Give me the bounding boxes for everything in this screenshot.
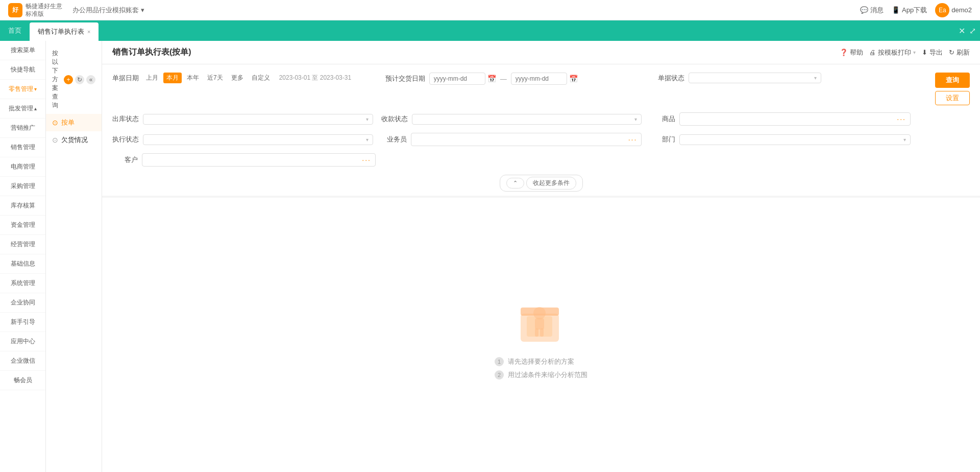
sub-sidebar-add-btn[interactable]: +: [64, 75, 73, 84]
salesperson-dots-icon: ···: [628, 135, 638, 144]
sidebar-item-ecom-mgmt[interactable]: 电商管理: [0, 157, 45, 177]
sub-sidebar-actions: + ↻ «: [64, 75, 95, 84]
execution-status-select[interactable]: ▾: [143, 134, 373, 145]
date-separator: —: [500, 75, 507, 83]
department-chevron-icon: ▾: [903, 137, 906, 143]
sidebar-item-member[interactable]: 畅会员: [0, 371, 45, 390]
sub-sidebar-item-by-order[interactable]: ⊙ 按单: [46, 114, 102, 131]
top-bar-right: 💬 消息 📱 App下载 Ea demo2: [860, 3, 972, 17]
customer-label: 客户: [112, 155, 138, 164]
empty-hint-1: 1 请先选择要分析的方案: [495, 357, 587, 366]
breadcrumb-dropdown-icon[interactable]: ▾: [141, 6, 144, 14]
sidebar-item-search-menu[interactable]: 搜索菜单: [0, 41, 45, 60]
sidebar-item-quick-nav[interactable]: 快捷导航: [0, 60, 45, 80]
execution-status-chevron-icon: ▾: [366, 137, 369, 143]
print-dropdown-icon: ▾: [913, 50, 916, 55]
sub-sidebar-header: 按以下方案查询 + ↻ «: [46, 45, 102, 114]
date-tab-last-month[interactable]: 上月: [143, 73, 161, 83]
execution-status-label: 执行状态: [112, 135, 139, 144]
sidebar-item-corp-collab[interactable]: 企业协同: [0, 293, 45, 313]
svg-rect-4: [535, 318, 544, 329]
collection-status-select[interactable]: ▾: [412, 114, 642, 125]
logo-text: 畅捷通好生意 标准版: [26, 3, 62, 17]
window-close-btn[interactable]: ✕: [959, 26, 965, 36]
export-icon: ⬇: [922, 49, 927, 56]
sidebar-item-retail-mgmt[interactable]: 零售管理 ▾: [0, 80, 45, 99]
empty-illustration: [510, 291, 572, 347]
salesperson-select[interactable]: ···: [411, 133, 642, 146]
sidebar-item-system-mgmt[interactable]: 系统管理: [0, 274, 45, 293]
app-download-btn[interactable]: 📱 App下载: [892, 6, 927, 15]
date-tab-this-year[interactable]: 本年: [184, 73, 202, 83]
salesperson-label: 业务员: [381, 135, 407, 144]
empty-hint-2: 2 用过滤条件来缩小分析范围: [495, 370, 587, 380]
logo-icon: 好: [8, 3, 22, 17]
goods-dots-icon: ···: [897, 115, 906, 123]
sidebar-item-purchase-mgmt[interactable]: 采购管理: [0, 177, 45, 196]
date-tab-7days[interactable]: 近7天: [204, 73, 226, 83]
search-actions: 查询 设置: [935, 73, 970, 105]
status-select[interactable]: ▾: [689, 73, 821, 83]
help-icon: ❓: [840, 49, 848, 56]
sidebar-item-wholesale-mgmt[interactable]: 批发管理 ▴: [0, 99, 45, 119]
breadcrumb: 办公用品行业模拟账套 ▾: [72, 6, 144, 15]
forecast-date-start-input[interactable]: [429, 73, 485, 85]
collapse-more-btn[interactable]: ⌃ 收起更多条件: [112, 171, 970, 194]
sidebar-item-new-guide[interactable]: 新手引导: [0, 313, 45, 332]
sidebar: 搜索菜单 快捷导航 零售管理 ▾ 批发管理 ▴ 营销推广 销售管理 电商管理 采: [0, 41, 46, 472]
help-btn[interactable]: ❓ 帮助: [840, 48, 863, 57]
main-layout: 搜索菜单 快捷导航 零售管理 ▾ 批发管理 ▴ 营销推广 销售管理 电商管理 采: [0, 41, 980, 472]
empty-hints: 1 请先选择要分析的方案 2 用过滤条件来缩小分析范围: [495, 357, 587, 380]
export-btn[interactable]: ⬇ 导出: [922, 48, 943, 57]
forecast-date-end-input[interactable]: [511, 73, 567, 85]
sub-sidebar-refresh-btn[interactable]: ↻: [75, 75, 84, 84]
status-select-chevron-icon: ▾: [814, 75, 817, 81]
sidebar-item-corp-wechat[interactable]: 企业微信: [0, 351, 45, 371]
tab-sales-order-exec[interactable]: 销售订单执行表 ×: [30, 22, 99, 41]
by-debt-icon: ⊙: [52, 136, 58, 144]
date-tab-custom[interactable]: 自定义: [249, 73, 273, 83]
goods-select[interactable]: ···: [679, 112, 911, 126]
customer-dots-icon: ···: [362, 156, 371, 164]
window-maximize-btn[interactable]: ⤢: [969, 26, 976, 36]
tab-home[interactable]: 首页: [0, 20, 30, 41]
settings-btn[interactable]: 设置: [935, 91, 970, 105]
search-btn[interactable]: 查询: [935, 73, 970, 88]
top-bar: 好 畅捷通好生意 标准版 办公用品行业模拟账套 ▾ 💬 消息 📱 App下载 E…: [0, 0, 980, 20]
svg-rect-6: [540, 328, 544, 337]
forecast-date-label: 预计交货日期: [385, 74, 425, 83]
tab-close-icon[interactable]: ×: [87, 29, 90, 35]
tab-bar-right: ✕ ⤢: [959, 26, 980, 36]
sub-sidebar-collapse-btn[interactable]: «: [86, 75, 95, 84]
by-order-icon: ⊙: [52, 119, 58, 127]
sidebar-item-operations-mgmt[interactable]: 经营管理: [0, 235, 45, 254]
content-area: 销售订单执行表(按单) ❓ 帮助 🖨 按模板打印 ▾ ⬇ 导出 ↻ 刷新: [102, 41, 980, 472]
sidebar-item-marketing[interactable]: 营销推广: [0, 119, 45, 138]
avatar: Ea: [935, 3, 949, 17]
date-tab-more[interactable]: 更多: [228, 73, 247, 83]
customer-select[interactable]: ···: [142, 153, 376, 167]
message-btn[interactable]: 💬 消息: [860, 6, 884, 15]
department-label: 部门: [650, 135, 675, 144]
shipment-status-select[interactable]: ▾: [143, 114, 373, 125]
collection-status-label: 收款状态: [381, 114, 408, 124]
sidebar-item-finance-mgmt[interactable]: 资金管理: [0, 216, 45, 235]
message-icon: 💬: [860, 6, 868, 14]
forecast-date-end: 📅: [511, 73, 578, 85]
print-icon: 🖨: [869, 49, 876, 56]
user-area[interactable]: Ea demo2: [935, 3, 972, 17]
sub-sidebar-item-by-debt[interactable]: ⊙ 欠货情况: [46, 131, 102, 149]
collection-status-chevron-icon: ▾: [634, 116, 637, 122]
refresh-btn[interactable]: ↻ 刷新: [949, 48, 970, 57]
status-label: 单据状态: [658, 74, 684, 83]
sidebar-item-sales-mgmt[interactable]: 销售管理: [0, 138, 45, 157]
sidebar-item-inventory[interactable]: 库存核算: [0, 196, 45, 216]
tab-bar: 首页 销售订单执行表 × ✕ ⤢: [0, 20, 980, 41]
sidebar-item-app-center[interactable]: 应用中心: [0, 332, 45, 351]
sidebar-item-basic-info[interactable]: 基础信息: [0, 254, 45, 274]
wholesale-mgmt-arrow-icon: ▴: [34, 106, 37, 111]
department-select[interactable]: ▾: [679, 134, 911, 145]
print-btn[interactable]: 🖨 按模板打印 ▾: [869, 48, 916, 57]
page-header: 销售订单执行表(按单) ❓ 帮助 🖨 按模板打印 ▾ ⬇ 导出 ↻ 刷新: [102, 41, 980, 64]
date-tab-this-month[interactable]: 本月: [163, 73, 182, 83]
